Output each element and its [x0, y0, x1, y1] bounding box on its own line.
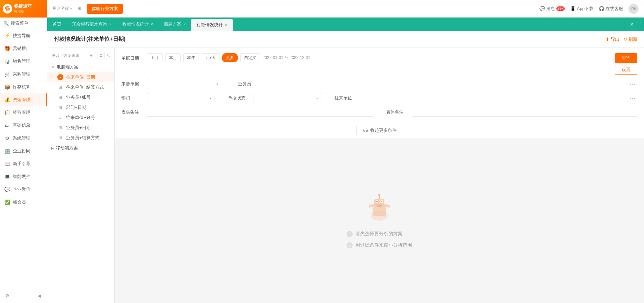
partner-input-area: ···: [360, 93, 637, 103]
sidebar-header: 畅 畅捷通巧 标准版: [0, 0, 47, 18]
schema-item-dept-date[interactable]: ⊞ 部门+日期: [47, 102, 114, 113]
tab-new-plan-label: 新建方案: [164, 21, 181, 27]
tab-payment-label: 付款情况统计: [197, 22, 223, 28]
schema-item-staff-date[interactable]: ⊞ 业务员+日期: [47, 123, 114, 133]
panel-header-title: 按以下方案查询: [51, 53, 80, 59]
content-wrapper: 按以下方案查询 + ⚙ ◁: [47, 48, 644, 303]
close-all-tabs-btn[interactable]: ✕: [630, 22, 634, 27]
partner-more-btn[interactable]: ···: [630, 95, 636, 101]
body-note-input[interactable]: [412, 107, 637, 117]
service-btn[interactable]: 🎧 在线客服: [599, 6, 623, 12]
inventory-icon: 📦: [4, 84, 10, 90]
sidebar-item-hardware[interactable]: 💻 智能硬件: [0, 170, 47, 183]
system-icon: ⚙: [4, 135, 10, 141]
page-content: 付款情况统计(往来单位+日期) ⬆ 导出 ↻ 刷新 按以下方案查询: [47, 31, 644, 303]
sidebar-item-purchase[interactable]: 🛒 采购管理: [0, 68, 47, 81]
nav-label: 库存核算: [13, 84, 30, 90]
app-icon: 📱: [570, 6, 576, 11]
service-icon: 🎧: [599, 6, 604, 11]
tab-bank[interactable]: 现金银行流水查询 ×: [67, 18, 117, 31]
tab-payment-close[interactable]: ×: [225, 23, 227, 27]
filter-area: 单据日期 上月 本月 本年 近7天 更多 自定义 2022-01-01 至 20…: [115, 48, 644, 123]
user-name-display: 用户名称: [53, 6, 69, 11]
sidebar-item-wechat[interactable]: 💬 企业微信: [0, 183, 47, 196]
member-icon: ✅: [4, 199, 10, 205]
active-indicator: ●: [57, 74, 63, 80]
section-expand-icon: ▶: [51, 146, 54, 150]
hardware-icon: 💻: [4, 174, 10, 180]
schema-item-partner-account[interactable]: ≡ 往来单位+账号: [47, 113, 114, 123]
schema-item-staff-settle[interactable]: ⊞ 业务员+结算方式: [47, 133, 114, 143]
dept-select[interactable]: ▾: [147, 93, 214, 103]
panel-add-btn[interactable]: +: [88, 52, 95, 59]
maximize-btn[interactable]: ⛶: [637, 22, 641, 27]
date-btn-last-7days[interactable]: 近7天: [202, 53, 219, 62]
mobile-section-header[interactable]: ▶ 移动端方案: [47, 143, 114, 153]
date-btn-last-month[interactable]: 上月: [147, 53, 163, 62]
marketing-icon: 🎁: [4, 46, 10, 52]
tab-receipt[interactable]: 收款情况统计 ×: [117, 18, 158, 31]
tab-receipt-close[interactable]: ×: [151, 22, 153, 27]
sidebar-item-guide[interactable]: 📖 新手引导: [0, 157, 47, 170]
sidebar-item-inventory[interactable]: 📦 库存核算: [0, 81, 47, 93]
sidebar-item-sales[interactable]: 📊 销售管理: [0, 55, 47, 68]
empty-tips: 1 请先选择要分析的方案 2 用过滤条件来缩小分析范围: [347, 231, 412, 251]
tab-payment[interactable]: 付款情况统计 ×: [191, 19, 233, 31]
sidebar-item-operations[interactable]: 📋 经营管理: [0, 106, 47, 119]
topbar-dropdown-icon[interactable]: ▾: [70, 6, 72, 11]
sidebar-item-shortcut[interactable]: ⚡ 快捷导航: [0, 29, 47, 42]
date-btn-this-year[interactable]: 本年: [183, 53, 199, 62]
logo-icon: 畅: [3, 4, 12, 13]
footer-settings-btn[interactable]: ⚙: [3, 291, 12, 300]
schema-item-partner-settle[interactable]: ⊞ 往来单位+结算方式: [47, 82, 114, 92]
sidebar-item-marketing[interactable]: 🎁 营销推广: [0, 42, 47, 55]
user-avatar[interactable]: Rit: [628, 4, 639, 14]
collapse-bar: ∧∧ 收起更多条件: [115, 123, 644, 138]
desktop-section-header[interactable]: ▼ 电脑端方案: [47, 62, 114, 72]
svg-point-6: [381, 201, 382, 202]
sidebar: 畅 畅捷通巧 标准版 🔍 搜索菜单 ⚡ 快捷导航 🎁 营销推广 📊 销售管理 🛒…: [0, 0, 47, 303]
staff-more-btn[interactable]: ···: [630, 81, 636, 87]
nav-label: 系统管理: [13, 135, 30, 141]
export-btn[interactable]: ⬆ 导出: [606, 36, 619, 42]
source-dropdown-icon: ▾: [216, 82, 218, 86]
panel-settings-btn[interactable]: ⚙: [97, 52, 105, 59]
trial-btn[interactable]: 体验行业方案: [87, 4, 123, 14]
tab-home[interactable]: 首页: [47, 18, 67, 31]
sidebar-item-finance[interactable]: 💰 资金管理: [0, 93, 47, 106]
date-btn-more[interactable]: 更多: [222, 53, 238, 62]
app-download-btn[interactable]: 📱 App下载: [570, 6, 593, 12]
tab-bank-label: 现金银行流水查询: [72, 21, 107, 27]
schema-item-staff-account[interactable]: ⊞ 业务员+账号: [47, 92, 114, 102]
wechat-icon: 💬: [4, 186, 10, 192]
sidebar-item-system[interactable]: ⚙ 系统管理: [0, 132, 47, 145]
source-select[interactable]: ▾: [147, 79, 221, 89]
refresh-label: 刷新: [628, 36, 637, 42]
staff-input-area: ···: [264, 79, 637, 89]
tab-new-plan-close[interactable]: ×: [183, 22, 186, 27]
date-btn-this-month[interactable]: 本月: [165, 53, 181, 62]
dept-dropdown-icon: ▾: [210, 96, 211, 100]
header-note-input[interactable]: [147, 107, 373, 117]
panel-collapse-btn[interactable]: ◁: [107, 52, 110, 59]
sidebar-search-item[interactable]: 🔍 搜索菜单: [0, 18, 47, 29]
tab-bank-close[interactable]: ×: [109, 22, 112, 27]
sidebar-item-member[interactable]: ✅ 畅会员: [0, 196, 47, 209]
tab-new-plan[interactable]: 新建方案 ×: [158, 18, 191, 31]
messages-btn[interactable]: 💬 消息 99+: [539, 6, 565, 12]
query-btn[interactable]: 查询: [615, 53, 637, 63]
sidebar-nav: ⚡ 快捷导航 🎁 营销推广 📊 销售管理 🛒 采购管理 📦 库存核算 💰 资金管…: [0, 29, 47, 288]
schema-item-partner-date[interactable]: ● 往来单位+日期: [47, 72, 114, 82]
sidebar-item-enterprise[interactable]: 🏢 企业协同: [0, 145, 47, 157]
operations-icon: 📋: [4, 110, 10, 116]
date-btn-custom[interactable]: 自定义: [240, 53, 260, 62]
refresh-btn[interactable]: ↻ 刷新: [623, 36, 637, 42]
collapse-conditions-btn[interactable]: ∧∧ 收起更多条件: [356, 126, 402, 135]
status-select[interactable]: ▾: [254, 93, 321, 103]
topbar-settings-btn[interactable]: ⚙: [76, 5, 83, 12]
date-filter-label: 单据日期: [121, 53, 140, 63]
finance-icon: 💰: [4, 97, 10, 103]
filter-settings-btn[interactable]: 设置: [615, 65, 637, 75]
footer-collapse-btn[interactable]: ◀: [35, 291, 44, 300]
sidebar-item-basic[interactable]: 🗂 基础信息: [0, 119, 47, 132]
